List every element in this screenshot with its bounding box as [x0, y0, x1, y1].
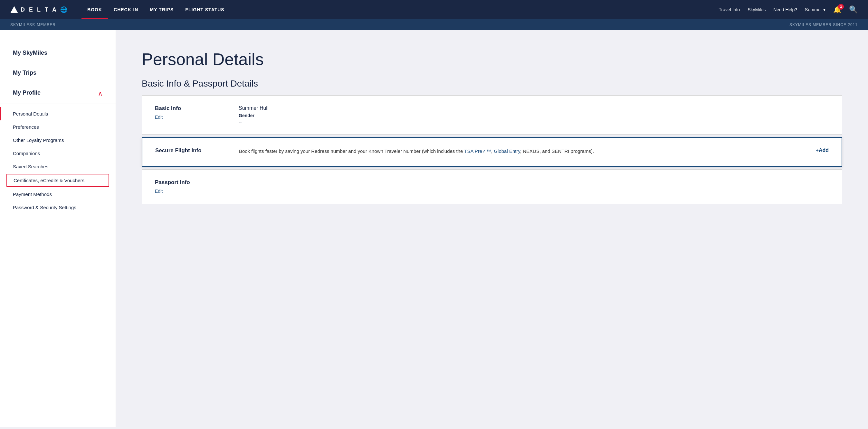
notifications-button[interactable]: 🔔 3: [833, 6, 841, 13]
nav-skymiles[interactable]: SkyMiles: [748, 7, 766, 12]
member-status-right: SKYMILES MEMBER SINCE 2011: [789, 23, 858, 27]
user-menu[interactable]: Summer ▾: [805, 7, 826, 12]
chevron-up-icon[interactable]: ∧: [98, 90, 103, 97]
nav-checkin[interactable]: CHECK-IN: [108, 1, 144, 19]
passport-label: Passport Info: [155, 179, 226, 186]
sidebar-item-password[interactable]: Password & Security Settings: [0, 201, 116, 214]
sidebar-item-certificates[interactable]: Certificates, eCredits & Vouchers: [6, 174, 109, 187]
passport-edit-link[interactable]: Edit: [155, 189, 163, 194]
section-title: Basic Info & Passport Details: [142, 78, 842, 89]
passport-info-card: Passport Info Edit: [142, 169, 842, 204]
sidebar-trips[interactable]: My Trips: [0, 63, 116, 83]
global-entry-link[interactable]: Global Entry: [494, 148, 520, 154]
user-name-text: Summer: [805, 7, 822, 12]
nav-flightstatus[interactable]: FLIGHT STATUS: [179, 1, 230, 19]
secure-flight-description: Book flights faster by saving your Redre…: [239, 147, 803, 155]
top-nav: D E L T A 🌐 BOOK CHECK-IN MY TRIPS FLIGH…: [0, 0, 868, 19]
secure-flight-add-button[interactable]: +Add: [816, 147, 829, 153]
sidebar-item-other-loyalty[interactable]: Other Loyalty Programs: [0, 134, 116, 147]
basic-info-card: Basic Info Edit Summer Hull Gender --: [142, 95, 842, 134]
main-container: My SkyMiles My Trips My Profile ∧ Person…: [0, 30, 868, 427]
notification-badge: 3: [838, 4, 844, 10]
delta-logo[interactable]: D E L T A 🌐: [10, 6, 69, 13]
sidebar-item-saved-searches[interactable]: Saved Searches: [0, 160, 116, 173]
chevron-down-icon: ▾: [823, 7, 826, 12]
secure-flight-label: Secure Flight Info: [155, 147, 226, 154]
secure-flight-desc-end: , NEXUS, and SENTRI programs).: [520, 148, 594, 154]
nav-travel-info[interactable]: Travel Info: [719, 7, 740, 12]
search-button[interactable]: 🔍: [849, 5, 858, 14]
sidebar-profile-title[interactable]: My Profile: [13, 90, 40, 96]
sidebar-nav: Personal Details Preferences Other Loyal…: [0, 104, 116, 217]
basic-info-edit-link[interactable]: Edit: [155, 114, 163, 120]
secure-flight-content: Book flights faster by saving your Redre…: [239, 147, 803, 155]
basic-info-label-section: Basic Info Edit: [155, 105, 226, 120]
nav-mytrips[interactable]: MY TRIPS: [144, 1, 179, 19]
page-title: Personal Details: [142, 50, 842, 69]
gender-value: --: [239, 120, 829, 125]
user-full-name: Summer Hull: [239, 105, 829, 111]
delta-triangle-icon: [10, 6, 18, 13]
nav-need-help[interactable]: Need Help?: [773, 7, 797, 12]
nav-book[interactable]: BOOK: [82, 1, 108, 19]
secure-flight-label-section: Secure Flight Info: [155, 147, 226, 156]
sidebar-item-preferences[interactable]: Preferences: [0, 120, 116, 134]
passport-label-section: Passport Info Edit: [155, 179, 226, 194]
sidebar: My SkyMiles My Trips My Profile ∧ Person…: [0, 30, 116, 427]
sidebar-profile-section: My Profile ∧: [0, 83, 116, 104]
logo-globe-icon: 🌐: [60, 6, 69, 13]
sidebar-skymiles[interactable]: My SkyMiles: [0, 43, 116, 63]
nav-right: Travel Info SkyMiles Need Help? Summer ▾…: [719, 5, 858, 14]
gender-label: Gender: [239, 113, 829, 118]
secure-flight-card: Secure Flight Info Book flights faster b…: [142, 137, 842, 167]
basic-info-content: Summer Hull Gender --: [239, 105, 829, 125]
sidebar-item-payment[interactable]: Payment Methods: [0, 188, 116, 201]
member-bar: SKYMILES® MEMBER SKYMILES MEMBER SINCE 2…: [0, 19, 868, 30]
sidebar-trips-title[interactable]: My Trips: [13, 69, 103, 76]
sidebar-skymiles-title[interactable]: My SkyMiles: [13, 50, 103, 56]
member-status-left: SKYMILES® MEMBER: [10, 23, 56, 27]
page-content: Personal Details Basic Info & Passport D…: [116, 30, 868, 427]
tsa-link[interactable]: TSA Pre✓™: [464, 148, 491, 154]
sidebar-item-companions[interactable]: Companions: [0, 147, 116, 160]
secure-flight-desc-text: Book flights faster by saving your Redre…: [239, 148, 464, 154]
nav-links: BOOK CHECK-IN MY TRIPS FLIGHT STATUS: [82, 1, 400, 19]
basic-info-label: Basic Info: [155, 105, 226, 112]
sidebar-item-personal-details[interactable]: Personal Details: [0, 107, 116, 120]
logo-text: D E L T A: [21, 6, 58, 13]
